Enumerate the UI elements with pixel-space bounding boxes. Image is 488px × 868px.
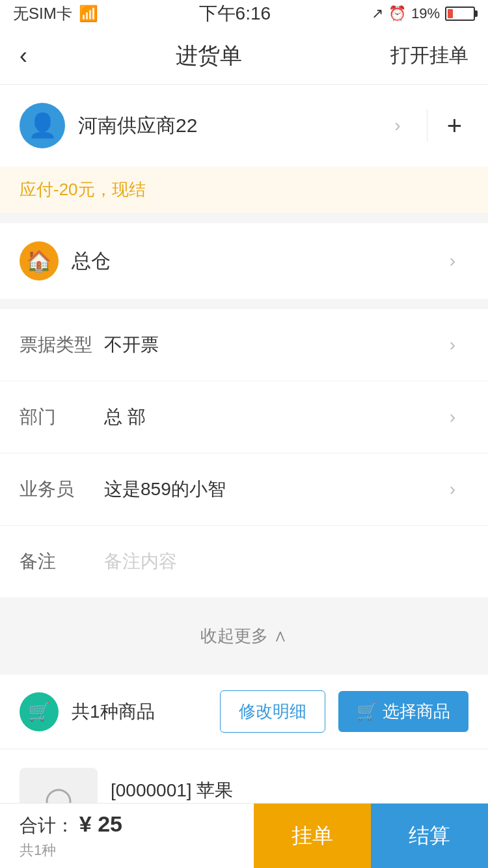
location-icon: ↗: [372, 5, 383, 22]
select-product-button[interactable]: 🛒 选择商品: [338, 691, 468, 732]
collapse-label: 收起更多 ∧: [200, 626, 287, 645]
salesperson-label: 业务员: [20, 477, 104, 502]
remark-row[interactable]: 备注 备注内容: [0, 526, 488, 597]
supplier-section: 👤 河南供应商22 › + 应付-20元，现结: [0, 85, 488, 213]
checkout-button[interactable]: 结算: [371, 804, 488, 868]
remark-label: 备注: [20, 549, 104, 574]
department-label: 部门: [20, 405, 104, 429]
suspend-button[interactable]: 挂单: [254, 804, 371, 868]
nav-bar: ‹ 进货单 打开挂单: [0, 27, 488, 85]
products-header: 🛒 共1种商品 修改明细 🛒 选择商品: [0, 675, 488, 748]
battery-percent: 19%: [411, 5, 440, 22]
supplier-row: 👤 河南供应商22 › +: [0, 85, 488, 167]
supplier-chevron-icon: ›: [394, 115, 400, 136]
select-product-icon: 🛒: [357, 701, 377, 722]
invoice-type-row[interactable]: 票据类型 不开票 ›: [0, 309, 488, 381]
warehouse-row[interactable]: 🏠 总仓 ›: [0, 223, 488, 299]
warehouse-section: 🏠 总仓 ›: [0, 223, 488, 299]
notice-text: 应付-20元，现结: [20, 180, 146, 199]
cart-icon: 🛒: [28, 701, 51, 722]
status-left: 无SIM卡 📶: [13, 3, 98, 24]
page-content: 👤 河南供应商22 › + 应付-20元，现结 🏠 总仓 › 票据类型 不开票 …: [0, 85, 488, 868]
avatar-icon: 👤: [28, 112, 57, 139]
edit-detail-button[interactable]: 修改明细: [220, 690, 325, 733]
total-section: 合计： ¥ 25 共1种: [0, 804, 254, 868]
salesperson-value: 这是859的小智: [104, 477, 450, 502]
wifi-icon: 📶: [79, 5, 98, 23]
salesperson-chevron-icon: ›: [450, 479, 455, 500]
products-count: 共1种商品: [72, 699, 207, 724]
form-section: 票据类型 不开票 › 部门 总 部 › 业务员 这是859的小智 › 备注 备注…: [0, 309, 488, 597]
house-icon: 🏠: [26, 249, 52, 273]
remark-placeholder: 备注内容: [104, 549, 468, 574]
alarm-icon: ⏰: [388, 5, 406, 22]
total-amount: ¥ 25: [79, 811, 122, 836]
products-icon: 🛒: [20, 692, 59, 731]
status-right: ↗ ⏰ 19%: [372, 5, 475, 22]
department-chevron-icon: ›: [450, 407, 455, 427]
notice-banner: 应付-20元，现结: [0, 167, 488, 213]
supplier-avatar: 👤: [20, 103, 65, 148]
battery-icon: [445, 7, 475, 21]
carrier-label: 无SIM卡: [13, 3, 72, 24]
page-title: 进货单: [176, 41, 242, 71]
select-product-label: 选择商品: [383, 700, 450, 723]
invoice-type-value: 不开票: [104, 332, 450, 357]
invoice-type-label: 票据类型: [20, 332, 104, 357]
open-suspend-button[interactable]: 打开挂单: [390, 42, 468, 69]
total-label: 合计：: [20, 815, 74, 835]
back-button[interactable]: ‹: [20, 42, 27, 70]
warehouse-name: 总仓: [72, 248, 450, 275]
status-bar: 无SIM卡 📶 下午6:16 ↗ ⏰ 19%: [0, 0, 488, 27]
divider: [427, 109, 427, 142]
add-supplier-button[interactable]: +: [441, 111, 468, 141]
warehouse-chevron-icon: ›: [450, 251, 455, 271]
invoice-type-chevron-icon: ›: [450, 334, 455, 355]
department-value: 总 部: [104, 405, 450, 429]
collapse-button[interactable]: 收起更多 ∧: [0, 608, 488, 664]
total-count: 共1种: [20, 841, 234, 860]
salesperson-row[interactable]: 业务员 这是859的小智 ›: [0, 454, 488, 526]
warehouse-icon: 🏠: [20, 241, 59, 280]
department-row[interactable]: 部门 总 部 ›: [0, 381, 488, 454]
status-time: 下午6:16: [199, 1, 271, 26]
supplier-name[interactable]: 河南供应商22: [78, 113, 394, 139]
battery-fill: [448, 9, 453, 18]
product-name: [0000001] 苹果: [111, 778, 427, 803]
bottom-bar: 合计： ¥ 25 共1种 挂单 结算: [0, 803, 488, 868]
